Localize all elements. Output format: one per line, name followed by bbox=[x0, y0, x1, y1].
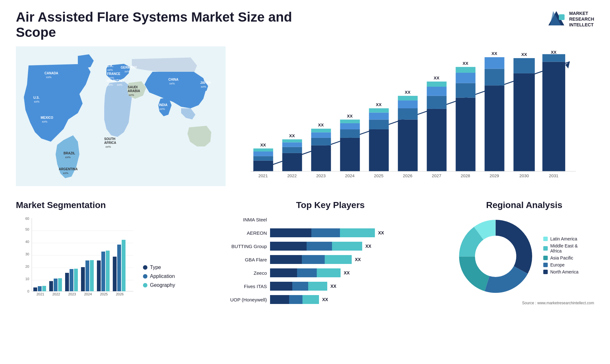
butting-value: XX bbox=[365, 244, 371, 249]
segmentation-content: 0 10 20 30 40 50 60 bbox=[16, 215, 207, 304]
player-fives-name: Fives ITAS bbox=[216, 284, 267, 289]
bar-2023-val: XX bbox=[318, 123, 324, 127]
year-2027: 2027 bbox=[432, 173, 441, 178]
brazil-value: xx% bbox=[65, 156, 71, 159]
latin-america-color bbox=[543, 237, 548, 241]
svg-rect-26 bbox=[65, 273, 69, 291]
bar-2025-top bbox=[369, 112, 389, 119]
year-2023: 2023 bbox=[316, 173, 326, 178]
year-2028: 2028 bbox=[461, 173, 470, 178]
bar-2028-mid bbox=[456, 83, 475, 98]
legend-europe: Europe bbox=[543, 262, 594, 267]
mexico-label: MEXICO bbox=[41, 116, 53, 119]
asia-pacific-color bbox=[543, 256, 548, 260]
us-label: U.S. bbox=[33, 96, 40, 99]
saudi-value: xx% bbox=[129, 93, 134, 97]
bar-2026-bot bbox=[398, 119, 417, 171]
uk-value: xx% bbox=[107, 68, 113, 71]
regional-legend: Latin America Middle East &Africa Asia P… bbox=[543, 236, 594, 276]
svg-rect-23 bbox=[54, 279, 58, 291]
segmentation-chart: 0 10 20 30 40 50 60 bbox=[16, 215, 137, 304]
segmentation-legend: Type Application Geography bbox=[143, 265, 175, 291]
svg-rect-30 bbox=[81, 267, 85, 291]
player-aereon-name: AEREON bbox=[216, 230, 267, 236]
svg-rect-36 bbox=[106, 251, 110, 291]
bar-2024-val: XX bbox=[347, 114, 353, 118]
legend-application: Application bbox=[143, 273, 175, 279]
regional-title: Regional Analysis bbox=[454, 200, 594, 210]
bar-2021-bot bbox=[253, 161, 273, 172]
uop-value: XX bbox=[322, 297, 328, 302]
bar-2029-top bbox=[485, 57, 504, 69]
zeeco-value: XX bbox=[344, 270, 350, 275]
regional-content: Latin America Middle East &Africa Asia P… bbox=[454, 215, 594, 298]
legend-asia-pacific: Asia Pacific bbox=[543, 255, 594, 260]
bar-2026-top bbox=[398, 100, 417, 108]
legend-type: Type bbox=[143, 265, 175, 270]
player-inma-name: INMA Steel bbox=[216, 217, 267, 222]
map-section: CANADA xx% U.S. xx% MEXICO xx% BRAZIL xx… bbox=[16, 46, 226, 197]
segmentation-section: Market Segmentation 0 10 20 30 40 50 60 bbox=[16, 200, 207, 308]
svg-text:40: 40 bbox=[25, 240, 29, 244]
europe-color bbox=[543, 263, 548, 267]
year-2025: 2025 bbox=[374, 173, 383, 178]
source-text: Source : www.marketresearchintellect.com bbox=[454, 301, 594, 305]
spain-value: xx% bbox=[107, 83, 113, 86]
svg-text:2023: 2023 bbox=[68, 292, 76, 296]
bar-2026-mid bbox=[398, 108, 417, 119]
china-label: CHINA bbox=[168, 78, 179, 81]
player-row-aereon: AEREON XX bbox=[216, 228, 445, 237]
player-uop-bar: XX bbox=[270, 295, 445, 304]
south-africa-label2: AFRICA bbox=[104, 141, 116, 145]
italy-label: ITALY bbox=[116, 79, 125, 83]
bar-2030-val: XX bbox=[521, 52, 527, 57]
logo-text: MARKET RESEARCH INTELLECT bbox=[569, 10, 594, 28]
svg-rect-18 bbox=[33, 287, 37, 291]
zeeco-seg3 bbox=[317, 268, 341, 277]
south-africa-label: SOUTH bbox=[104, 137, 115, 141]
aereon-value: XX bbox=[378, 230, 384, 235]
logo-icon bbox=[547, 10, 566, 29]
year-2021: 2021 bbox=[258, 173, 268, 178]
aereon-seg2 bbox=[311, 228, 340, 237]
top-section: CANADA xx% U.S. xx% MEXICO xx% BRAZIL xx… bbox=[16, 46, 594, 197]
bar-2024-top bbox=[340, 123, 360, 129]
players-title: Top Key Players bbox=[216, 200, 445, 210]
gba-seg2 bbox=[302, 255, 325, 264]
fives-seg1 bbox=[270, 282, 292, 291]
player-row-fives: Fives ITAS XX bbox=[216, 282, 445, 291]
legend-application-dot bbox=[143, 274, 147, 279]
svg-rect-27 bbox=[70, 269, 73, 291]
bar-2027-val: XX bbox=[434, 76, 439, 80]
svg-rect-38 bbox=[113, 257, 117, 291]
bar-2028-val: XX bbox=[463, 61, 468, 66]
bar-2021-top bbox=[253, 152, 273, 156]
bar-2029-val: XX bbox=[491, 51, 497, 56]
bar-2028-cap bbox=[456, 67, 475, 73]
legend-middle-east: Middle East &Africa bbox=[543, 243, 594, 253]
bar-2029-mid bbox=[485, 69, 504, 86]
donut-center bbox=[477, 237, 515, 275]
bar-2022-bot bbox=[282, 153, 302, 171]
svg-rect-40 bbox=[122, 240, 125, 291]
bar-2023-cap bbox=[311, 129, 331, 132]
bar-2026-val: XX bbox=[405, 90, 410, 95]
mexico-value: xx% bbox=[42, 120, 47, 123]
uop-seg2 bbox=[289, 295, 302, 304]
bar-2030-bot bbox=[513, 73, 535, 171]
svg-rect-20 bbox=[42, 286, 46, 291]
gba-seg1 bbox=[270, 255, 302, 264]
bar-2031-val: XX bbox=[551, 50, 557, 55]
player-fives-bar: XX bbox=[270, 282, 445, 291]
bar-2031-mid-small bbox=[542, 54, 565, 62]
world-map: CANADA xx% U.S. xx% MEXICO xx% BRAZIL xx… bbox=[16, 46, 226, 186]
svg-rect-28 bbox=[74, 269, 78, 291]
svg-text:30: 30 bbox=[25, 252, 29, 256]
fives-seg2 bbox=[292, 282, 308, 291]
legend-north-america: North America bbox=[543, 269, 594, 274]
svg-rect-35 bbox=[101, 252, 105, 291]
year-2022: 2022 bbox=[287, 173, 297, 178]
bar-2022-mid bbox=[282, 147, 302, 153]
bar-2025-mid bbox=[369, 119, 389, 129]
bar-2021-mid bbox=[253, 156, 273, 160]
